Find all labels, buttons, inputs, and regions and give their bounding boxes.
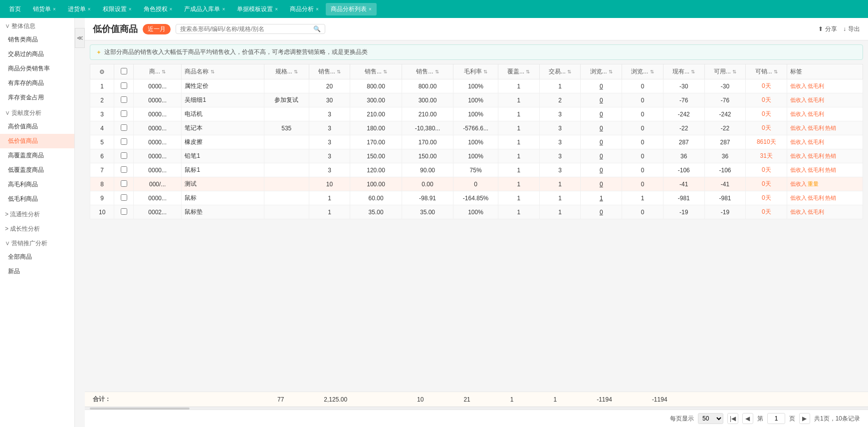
nav-permission[interactable]: 权限设置 × [98, 3, 137, 15]
sidebar-item-capital[interactable]: 库存资金占用 [0, 90, 74, 105]
browse-link[interactable]: 0 [600, 111, 603, 118]
export-button[interactable]: ↓ 导出 [843, 25, 860, 33]
sidebar-item-category-rate[interactable]: 商品分类销售率 [0, 61, 74, 76]
settings-icon[interactable]: ⚙ [99, 68, 105, 75]
browse-count1[interactable]: 1 [581, 191, 622, 205]
row-checkbox-cell[interactable] [114, 107, 134, 121]
select-all-checkbox[interactable] [121, 68, 127, 74]
browse-count1[interactable]: 0 [581, 93, 622, 107]
page-size-select[interactable]: 50 100 200 [698, 413, 723, 424]
browse-link[interactable]: 0 [600, 181, 603, 188]
row-checkbox-cell[interactable] [114, 121, 134, 135]
period-button[interactable]: 近一月 [143, 24, 171, 34]
browse-link[interactable]: 0 [600, 83, 603, 90]
browse-count1[interactable]: 0 [581, 149, 622, 163]
row-checkbox-cell[interactable] [114, 93, 134, 107]
browse-count1[interactable]: 0 [581, 177, 622, 191]
browse-count1[interactable]: 0 [581, 205, 622, 219]
row-checkbox-cell[interactable] [114, 191, 134, 205]
sidebar-item-all-products[interactable]: 全部商品 [0, 250, 74, 264]
browse-count1[interactable]: 0 [581, 121, 622, 135]
col-header-checkbox[interactable] [114, 64, 134, 79]
browse-link[interactable]: 0 [600, 97, 603, 104]
nav-product-analysis[interactable]: 商品分析 × [285, 3, 324, 15]
row-checkbox-cell[interactable] [114, 135, 134, 149]
content-area: 低价值商品 近一月 🔍 ⬆ 分享 ↓ 导出 ✦ 这部分商品的销售收入大幅低于商品… [85, 18, 868, 427]
nav-role-auth[interactable]: 角色授权 × [139, 3, 178, 15]
browse-count1[interactable]: 0 [581, 163, 622, 177]
row-checkbox[interactable] [121, 166, 127, 173]
close-icon[interactable]: × [275, 6, 278, 12]
page-label-after: 页 [789, 415, 795, 423]
close-icon[interactable]: × [170, 6, 173, 12]
close-icon[interactable]: × [88, 6, 91, 12]
row-checkbox-cell[interactable] [114, 163, 134, 177]
close-icon[interactable]: × [369, 6, 372, 12]
browse-count1[interactable]: 0 [581, 79, 622, 93]
sidebar-item-sales-category[interactable]: 销售类商品 [0, 32, 74, 47]
browse-count1[interactable]: 0 [581, 135, 622, 149]
sidebar-item-low-margin[interactable]: 低毛利商品 [0, 192, 74, 206]
first-page-button[interactable]: |◀ [727, 413, 738, 424]
search-icon[interactable]: 🔍 [313, 25, 321, 32]
search-box[interactable]: 🔍 [176, 24, 325, 34]
browse-link[interactable]: 0 [600, 125, 603, 132]
search-input[interactable] [180, 25, 311, 32]
sales-amount: 120.00 [350, 163, 402, 177]
row-checkbox[interactable] [121, 208, 127, 215]
horizontal-scrollbar[interactable] [90, 408, 190, 410]
next-page-button[interactable]: ▶ [799, 413, 810, 424]
nav-template-setting[interactable]: 单据模板设置 × [232, 3, 283, 15]
product-code: 0000... [133, 121, 182, 135]
row-checkbox[interactable] [121, 152, 127, 159]
sidebar-group-title-growth[interactable]: > 成长性分析 [0, 221, 74, 235]
sidebar-item-stock[interactable]: 有库存的商品 [0, 76, 74, 90]
tag-badge: 低收入 [790, 181, 807, 187]
nav-home[interactable]: 首页 [4, 3, 26, 15]
sidebar-item-low-coverage[interactable]: 低覆盖度商品 [0, 163, 74, 177]
row-checkbox[interactable] [121, 124, 127, 131]
row-checkbox[interactable] [121, 180, 127, 187]
browse-count2: 0 [622, 79, 663, 93]
close-icon[interactable]: × [316, 6, 319, 12]
sidebar-group-title-circulation[interactable]: > 流通性分析 [0, 206, 74, 221]
row-checkbox-cell[interactable] [114, 79, 134, 93]
row-checkbox[interactable] [121, 194, 127, 201]
row-checkbox-cell[interactable] [114, 149, 134, 163]
sidebar-item-low-value[interactable]: 低价值商品 [0, 134, 74, 148]
row-checkbox[interactable] [121, 110, 127, 117]
sidebar-item-high-margin[interactable]: 高毛利商品 [0, 177, 74, 192]
sidebar-item-traded[interactable]: 交易过的商品 [0, 47, 74, 61]
nav-purchase-order[interactable]: 进货单 × [63, 3, 96, 15]
browse-link[interactable]: 1 [600, 195, 603, 202]
row-checkbox[interactable] [121, 138, 127, 145]
close-icon[interactable]: × [53, 6, 56, 12]
sidebar-collapse-button[interactable]: ≪ [75, 28, 85, 48]
row-checkbox[interactable] [121, 82, 127, 89]
close-icon[interactable]: × [129, 6, 132, 12]
nav-product-inbound[interactable]: 产成品入库单 × [179, 3, 230, 15]
nav-sales-order[interactable]: 销货单 × [28, 3, 61, 15]
browse-link[interactable]: 0 [600, 209, 603, 216]
browse-link[interactable]: 0 [600, 167, 603, 174]
row-checkbox-cell[interactable] [114, 205, 134, 219]
col-header-settings[interactable]: ⚙ [90, 64, 114, 79]
browse-count1[interactable]: 0 [581, 107, 622, 121]
page-number-input[interactable] [767, 413, 785, 424]
product-name: 吴细细1 [182, 93, 264, 107]
prev-page-button[interactable]: ◀ [742, 413, 753, 424]
col-header-code: 商... ⇅ [133, 64, 182, 79]
share-button[interactable]: ⬆ 分享 [818, 25, 837, 33]
close-icon[interactable]: × [222, 6, 225, 12]
trade-count: 3 [539, 149, 581, 163]
sidebar-item-high-value[interactable]: 高价值商品 [0, 119, 74, 134]
nav-analysis-list[interactable]: 商品分析列表 × [326, 3, 377, 15]
browse-link[interactable]: 0 [600, 153, 603, 160]
table-container[interactable]: ⚙ 商... ⇅ 商品名称 ⇅ 规格... ⇅ 销售... ⇅ 销售... ⇅ … [85, 64, 868, 392]
browse-count2: 0 [622, 205, 663, 219]
sidebar-item-new-products[interactable]: 新品 [0, 264, 74, 279]
sidebar-item-high-coverage[interactable]: 高覆盖度商品 [0, 148, 74, 163]
row-checkbox-cell[interactable] [114, 177, 134, 191]
row-checkbox[interactable] [121, 96, 127, 103]
browse-link[interactable]: 0 [600, 139, 603, 146]
